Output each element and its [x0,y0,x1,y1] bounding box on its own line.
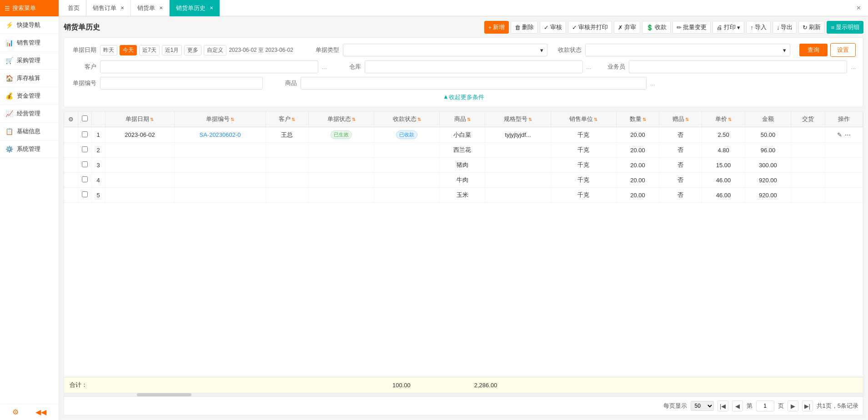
collect-button[interactable]: 💲 收款 [642,21,671,34]
date-option-more[interactable]: 更多 [184,45,201,55]
import-button[interactable]: ↑ 导入 [746,21,771,34]
date-option-custom[interactable]: 自定义 [204,45,226,55]
th-gift[interactable]: 赠品⇅ [659,111,702,127]
cell-spectype-2 [485,158,551,173]
tab-home[interactable]: 首页 [61,0,86,16]
doc-type-select[interactable]: ▾ [343,44,548,56]
row-checkbox-3[interactable] [82,176,88,182]
cell-checkbox-4[interactable] [78,188,91,203]
row-checkbox-1[interactable] [82,146,88,152]
warehouse-dots[interactable]: ... [587,64,592,70]
per-page-select[interactable]: 50 100 200 [691,401,714,411]
tab-sales-order[interactable]: 销售订单 ✕ [86,0,131,16]
horizontal-scrollbar[interactable] [64,393,863,396]
collect-status-select[interactable]: ▾ [585,44,790,56]
collapse-row[interactable]: ▲ 收起更多条件 [71,93,856,101]
sidebar-collapse-icon[interactable]: ◀◀ [35,408,46,416]
print-button[interactable]: 🖨 打印 ▾ [712,21,744,34]
last-page-btn[interactable]: ▶| [802,400,813,411]
sidebar-search-label[interactable]: 搜索菜单 [12,4,36,12]
tab-close-sales-order[interactable]: ✕ [120,0,124,16]
next-page-btn[interactable]: ▶ [788,400,798,411]
th-sales-unit[interactable]: 销售单位⇅ [551,111,616,127]
set-button[interactable]: 设置 [830,43,856,57]
th-doc-num[interactable]: 单据编号⇅ [175,111,266,127]
display-detail-button[interactable]: ≡ 显示明细 [827,21,863,34]
cell-checkbox-1[interactable] [78,143,91,158]
batch-change-button[interactable]: ✏ 批量变更 [672,21,711,34]
tab-sales-delivery[interactable]: 销货单 ✕ [131,0,170,16]
select-all-checkbox[interactable] [82,115,88,121]
tab-close-sales-delivery[interactable]: ✕ [159,0,163,16]
tab-close-sales-history[interactable]: ✕ [210,0,213,16]
query-button[interactable]: 查询 [799,44,828,56]
sidebar-item-finance[interactable]: 💰 资金管理 [0,87,59,105]
op-more-0[interactable]: ⋯ [845,131,851,138]
sidebar-header[interactable]: ☰ 搜索菜单 [0,0,59,16]
th-collect-status[interactable]: 收款状态⇅ [374,111,440,127]
sidebar-item-label: 资金管理 [17,92,40,100]
tab-close-all-btn[interactable]: ✕ [852,5,866,11]
abandon-button[interactable]: ✗ 弃审 [614,21,640,34]
goods-dots[interactable]: ... [650,80,655,87]
warehouse-input[interactable] [365,60,583,73]
cell-spectype-3 [485,173,551,188]
refresh-button[interactable]: ↻ 刷新 [798,21,825,34]
page-input[interactable] [756,400,774,411]
th-unit-price[interactable]: 单价⇅ [702,111,745,127]
th-doc-date[interactable]: 单据日期⇅ [105,111,175,127]
collapse-label[interactable]: 收起更多条件 [449,93,484,101]
scrollbar-thumb[interactable] [137,393,191,396]
sidebar-item-quick-nav[interactable]: ⚡ 快捷导航 [0,16,59,34]
th-spec-type[interactable]: 规格型号⇅ [485,111,551,127]
table-scroll-area[interactable]: ⚙ 单据日期⇅ 单据编号⇅ 客户⇅ [64,111,863,377]
new-button[interactable]: + 新增 [484,21,509,34]
cell-docnum-1[interactable] [175,143,266,158]
th-gear[interactable]: ⚙ [64,111,78,127]
cell-docnum-0[interactable]: SA-20230602-0 [175,127,266,143]
sidebar-item-system[interactable]: ⚙️ 系统管理 [0,140,59,158]
row-checkbox-2[interactable] [82,161,88,167]
th-goods[interactable]: 商品⇅ [440,111,485,127]
doc-num-input[interactable] [100,77,263,90]
sidebar-item-inventory[interactable]: 🏠 库存核算 [0,70,59,87]
date-option-7days[interactable]: 近7天 [139,45,160,55]
salesperson-input[interactable] [629,60,847,73]
sidebar-item-sales-mgmt[interactable]: 📊 销售管理 [0,34,59,52]
cell-checkbox-0[interactable] [78,127,91,143]
export-button[interactable]: ↓ 导出 [773,21,797,34]
date-option-1month[interactable]: 近1月 [162,45,182,55]
delete-icon: 🗑 [515,24,521,31]
cell-docnum-2[interactable] [175,158,266,173]
sidebar-item-purchase-mgmt[interactable]: 🛒 采购管理 [0,52,59,70]
audit-print-button[interactable]: ✓ 审核并打印 [568,21,612,34]
cell-checkbox-3[interactable] [78,173,91,188]
op-edit-0[interactable]: ✎ [837,131,842,138]
cell-docnum-3[interactable] [175,173,266,188]
tab-sales-history[interactable]: 销货单历史 ✕ [170,0,220,16]
row-checkbox-0[interactable] [82,131,88,137]
customer-input[interactable] [100,60,318,73]
cell-goods-1: 西兰花 [440,143,485,158]
sidebar-item-basic-info[interactable]: 📋 基础信息 [0,123,59,140]
th-doc-date-label: 单据日期 [125,115,149,123]
date-option-yesterday[interactable]: 昨天 [100,45,117,55]
goods-input[interactable] [301,77,647,90]
salesperson-dots[interactable]: ... [851,64,856,70]
cell-checkbox-2[interactable] [78,158,91,173]
audit-button[interactable]: ✓ 审核 [540,21,566,34]
customer-dots[interactable]: ... [322,64,327,70]
date-option-today[interactable]: 今天 [120,45,137,55]
th-customer[interactable]: 客户⇅ [266,111,308,127]
th-checkbox[interactable] [78,111,91,127]
sidebar-settings-icon[interactable]: ⚙ [12,408,19,416]
sidebar-item-operation[interactable]: 📈 经营管理 [0,105,59,123]
table-row: 2 西兰花 千克 20.00 否 4.80 96.00 [64,143,863,158]
cell-docnum-4[interactable] [175,188,266,203]
delete-button[interactable]: 🗑 删除 [511,21,538,34]
th-quantity[interactable]: 数量⇅ [616,111,659,127]
row-checkbox-4[interactable] [82,191,88,197]
th-doc-status[interactable]: 单据状态⇅ [308,111,374,127]
prev-page-btn[interactable]: ◀ [732,400,743,411]
first-page-btn[interactable]: |◀ [717,400,728,411]
